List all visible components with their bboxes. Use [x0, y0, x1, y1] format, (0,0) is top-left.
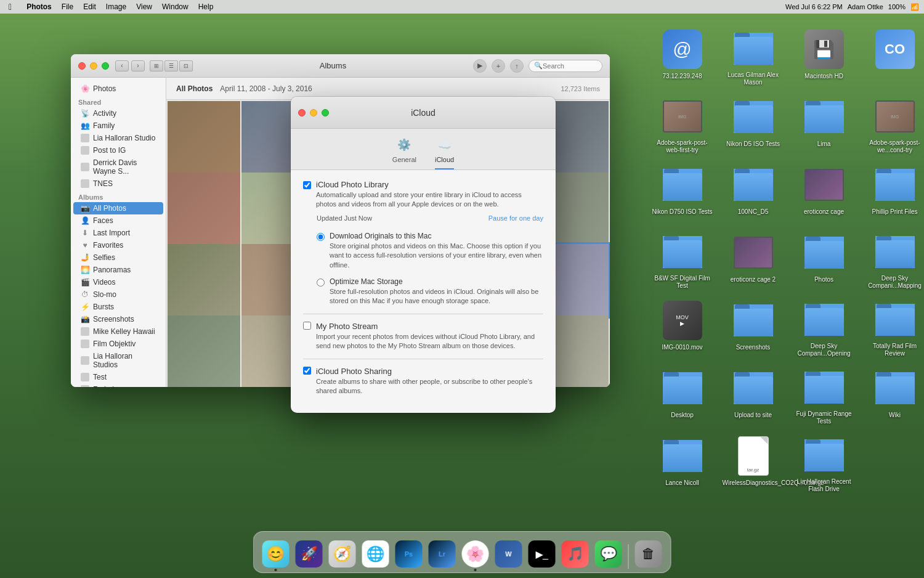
dialog-maximize-button[interactable]: [322, 109, 329, 116]
dock-finder[interactable]: 😊: [261, 539, 291, 569]
dock-photoshop[interactable]: Ps: [394, 539, 424, 569]
sidebar-last-import[interactable]: ⬇ Last Import: [73, 227, 163, 239]
sidebar-lia-halloran[interactable]: Lia Halloran Studio: [73, 132, 163, 144]
photo-cell[interactable]: [168, 315, 240, 387]
list-view-button[interactable]: ☰: [164, 60, 178, 71]
folder-icon: [804, 237, 844, 269]
desktop-icon-eroticonz[interactable]: eroticonz cage: [788, 159, 859, 227]
icloud-photo-library-checkbox[interactable]: [303, 181, 311, 189]
desktop-icon-eroticonz2[interactable]: eroticonz cage 2: [718, 227, 788, 295]
help-menu[interactable]: Help: [195, 2, 217, 11]
close-button[interactable]: [78, 62, 86, 70]
apple-menu[interactable]: : [5, 2, 15, 12]
sidebar-bursts[interactable]: ⚡ Bursts: [73, 301, 163, 313]
dock-word[interactable]: W: [494, 539, 524, 569]
tab-icloud[interactable]: ☁️ iCloud: [435, 136, 454, 169]
desktop-icon-nikon-d5[interactable]: Nikon D5 ISO Tests: [718, 91, 788, 159]
download-originals-radio[interactable]: [317, 233, 325, 241]
icloud-photo-sharing-checkbox[interactable]: [303, 367, 311, 375]
desktop-icon-adobe1[interactable]: IMG Adobe-spark-post-web-first-try: [647, 91, 718, 159]
dock-chrome[interactable]: 🌐: [361, 539, 391, 569]
sidebar-favorites[interactable]: ♥ Favorites: [73, 239, 163, 251]
desktop-icon-100nc[interactable]: 100NC_D5: [718, 159, 788, 227]
dock-terminal[interactable]: ▶_: [527, 539, 557, 569]
desktop-icon-lucas[interactable]: Lucas Gilman Alex Mason: [718, 23, 788, 91]
dialog-minimize-button[interactable]: [310, 109, 317, 116]
dock-safari[interactable]: 🧭: [328, 539, 357, 569]
desktop-icon-img0010[interactable]: MOV▶ IMG-0010.mov: [647, 295, 718, 362]
play-button[interactable]: ▶: [473, 59, 487, 73]
image-menu[interactable]: Image: [102, 2, 130, 11]
sidebar-screenshots-label: Screenshots: [93, 315, 134, 324]
desktop-icon-macos-hd[interactable]: 💾 Macintosh HD: [788, 23, 859, 91]
sidebar-film[interactable]: Film Objektiv: [73, 338, 163, 350]
dock-messages[interactable]: 💬: [594, 539, 623, 569]
dock-trash[interactable]: 🗑: [634, 539, 663, 569]
dock-lightroom[interactable]: Lr: [428, 539, 457, 569]
dialog-close-button[interactable]: [298, 109, 306, 116]
sidebar-videos[interactable]: 🎬 Videos: [73, 276, 163, 288]
desktop-icon-adobe2[interactable]: IMG Adobe-spark-post-we...cond-try: [859, 91, 924, 159]
search-box[interactable]: 🔍: [529, 60, 602, 72]
desktop-icon-at[interactable]: @ 73.12.239.248: [647, 23, 718, 91]
desktop-icon-wiki-label: Wiki: [889, 412, 901, 419]
desktop-icon-deepsky-opening[interactable]: Deep Sky Compani...Opening: [788, 295, 859, 362]
desktop-icon-desktop[interactable]: Desktop: [647, 362, 718, 430]
sidebar-panoramas[interactable]: 🌅 Panoramas: [73, 264, 163, 276]
dock-itunes[interactable]: 🎵: [561, 539, 590, 569]
minimize-button[interactable]: [90, 62, 97, 70]
desktop-icon-lance[interactable]: Lance Nicoll: [647, 430, 718, 498]
view-menu[interactable]: View: [132, 2, 156, 11]
share-button[interactable]: ↑: [510, 59, 524, 73]
sidebar-faded[interactable]: Faded: [73, 383, 163, 387]
sidebar-test[interactable]: Test: [73, 371, 163, 383]
desktop-icon-wireless[interactable]: tar.gz WirelessDiagnostics_CO2Q...0.tar.…: [718, 430, 788, 498]
photo-cell[interactable]: [168, 244, 240, 317]
desktop-icon-fuji[interactable]: Fuji Dynamic Range Tests: [788, 362, 859, 430]
desktop-icon-deepsky-mapping[interactable]: Deep Sky Compani...Mapping: [859, 227, 924, 295]
sidebar-family[interactable]: 👥 Family: [73, 120, 163, 132]
desktop-icon-phillip[interactable]: Phillip Print Files: [859, 159, 924, 227]
desktop-icon-totally-rad[interactable]: Totally Rad Film Review: [859, 295, 924, 362]
desktop-icon-nikon-d750[interactable]: Nikon D750 ISO Tests: [647, 159, 718, 227]
sidebar-screenshots[interactable]: 📸 Screenshots: [73, 313, 163, 325]
sidebar-all-photos[interactable]: 📷 All Photos: [73, 202, 163, 214]
desktop-icon-screenshots[interactable]: Screenshots: [718, 295, 788, 362]
desktop-icon-lima[interactable]: Lima: [788, 91, 859, 159]
sidebar-faces[interactable]: 👤 Faces: [73, 214, 163, 227]
desktop-icon-bw[interactable]: B&W SF Digital Film Test: [647, 227, 718, 295]
dock-launchpad[interactable]: 🚀: [294, 539, 324, 569]
desktop-icon-co[interactable]: CO: [859, 23, 924, 91]
photo-cell[interactable]: [168, 173, 240, 245]
window-menu[interactable]: Window: [158, 2, 192, 11]
maximize-button[interactable]: [102, 62, 109, 70]
optimize-storage-radio[interactable]: [317, 279, 325, 287]
app-name-menu[interactable]: Photos: [23, 2, 55, 11]
desktop-icon-wiki[interactable]: Wiki: [859, 362, 924, 430]
sidebar-activity[interactable]: 📡 Activity: [73, 107, 163, 120]
file-menu[interactable]: File: [58, 2, 77, 11]
sidebar-post-ig[interactable]: Post to IG: [73, 144, 163, 157]
desktop-icon-photos[interactable]: Photos: [788, 227, 859, 295]
pause-button[interactable]: Pause for one day: [488, 214, 543, 222]
add-button[interactable]: +: [492, 59, 505, 73]
search-input[interactable]: [543, 62, 592, 70]
back-button[interactable]: ‹: [115, 60, 129, 71]
sidebar-photos-app[interactable]: 🌸 Photos: [73, 83, 163, 95]
grid-view-button[interactable]: ⊞: [150, 60, 163, 71]
edit-menu[interactable]: Edit: [79, 2, 100, 11]
desktop-icon-upload[interactable]: Upload to site: [718, 362, 788, 430]
desktop-icon-lia-flash[interactable]: Lia Halloran Recent Flash Drive: [788, 430, 859, 498]
sidebar-tnes[interactable]: TNES: [73, 177, 163, 190]
dock-photos[interactable]: 🌸: [461, 539, 490, 569]
sidebar-lia-studios[interactable]: Lia Halloran Studios: [73, 350, 163, 371]
photo-cell[interactable]: [168, 101, 240, 174]
forward-button[interactable]: ›: [131, 60, 145, 71]
tab-general[interactable]: ⚙️ General: [392, 136, 416, 169]
my-photo-stream-checkbox[interactable]: [303, 322, 311, 330]
expand-button[interactable]: ⊡: [179, 60, 193, 71]
sidebar-derrick[interactable]: Derrick Davis Wayne S...: [73, 157, 163, 177]
sidebar-mike-kelley[interactable]: Mike Kelley Hawaii: [73, 325, 163, 338]
sidebar-selfies[interactable]: 🤳 Selfies: [73, 251, 163, 264]
sidebar-slomo[interactable]: ⏱ Slo-mo: [73, 288, 163, 301]
